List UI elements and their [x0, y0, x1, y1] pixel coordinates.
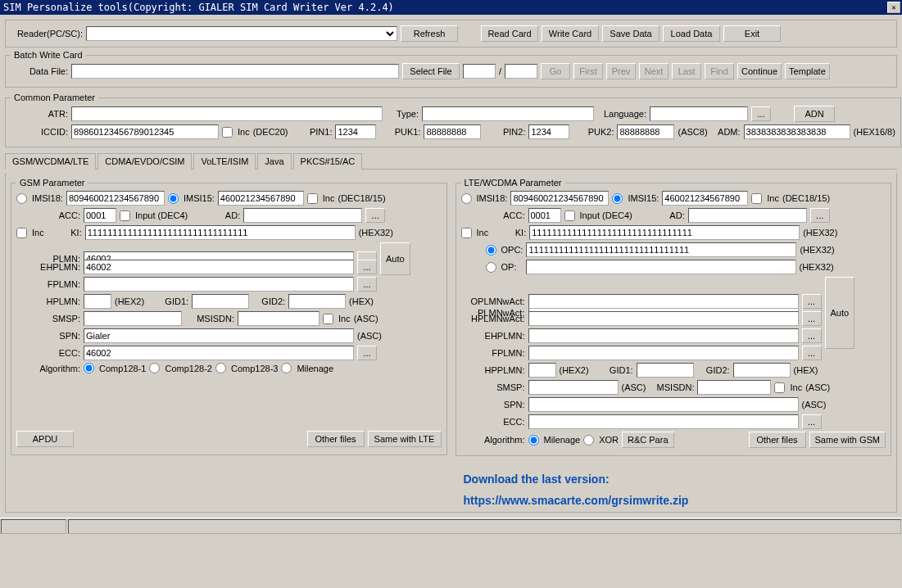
- lte-imsi15-input[interactable]: [662, 191, 748, 206]
- lte-oplmnwact-browse-button[interactable]: ...: [802, 294, 822, 309]
- gsm-ad-browse-button[interactable]: ...: [365, 208, 385, 223]
- lte-smsp-input[interactable]: [528, 380, 619, 395]
- lte-acc-input-checkbox[interactable]: [564, 210, 575, 221]
- language-browse-button[interactable]: ...: [751, 106, 771, 121]
- same-with-lte-button[interactable]: Same with LTE: [368, 431, 442, 447]
- gsm-fplmn-input[interactable]: [84, 277, 354, 292]
- gsm-gid2-input[interactable]: [288, 294, 346, 309]
- gsm-acc-input[interactable]: [84, 208, 116, 223]
- lte-fplmn-browse-button[interactable]: ...: [802, 346, 822, 360]
- gsm-gid1-input[interactable]: [192, 294, 249, 309]
- lte-ki-inc-checkbox[interactable]: [461, 228, 472, 238]
- lte-msisdn-inc-checkbox[interactable]: [774, 382, 785, 393]
- gsm-fplmn-browse-button[interactable]: ...: [357, 277, 377, 292]
- tab-gsm[interactable]: GSM/WCDMA/LTE: [5, 153, 96, 170]
- write-card-button[interactable]: Write Card: [542, 25, 599, 42]
- gsm-smsp-input[interactable]: [84, 311, 182, 326]
- continue-button[interactable]: Continue: [737, 63, 782, 79]
- puk1-input[interactable]: [424, 124, 481, 139]
- prev-button[interactable]: Prev: [606, 63, 636, 79]
- batch-pos-input[interactable]: [463, 64, 496, 79]
- iccid-input[interactable]: [71, 124, 219, 139]
- save-data-button[interactable]: Save Data: [602, 25, 660, 42]
- apdu-button[interactable]: APDU: [16, 431, 74, 447]
- gsm-ki-input[interactable]: [85, 225, 356, 240]
- pin2-input[interactable]: [528, 124, 569, 139]
- gsm-auto-button[interactable]: Auto: [380, 242, 410, 275]
- gsm-hplmn-input[interactable]: [84, 294, 111, 309]
- lte-milenage-radio[interactable]: [528, 435, 539, 446]
- same-with-gsm-button[interactable]: Same with GSM: [809, 432, 886, 448]
- tab-pkcs[interactable]: PKCS#15/AC: [293, 153, 363, 170]
- lte-oplmnwact-input[interactable]: [528, 294, 799, 309]
- go-button[interactable]: Go: [541, 63, 570, 79]
- lte-auto-button[interactable]: Auto: [825, 277, 855, 349]
- gsm-ehplmn-input[interactable]: [84, 260, 354, 274]
- tab-volte[interactable]: VoLTE/ISIM: [193, 153, 256, 170]
- lte-ecc-browse-button[interactable]: ...: [802, 414, 822, 429]
- lte-imsi18-input[interactable]: [510, 191, 609, 206]
- download-link[interactable]: https://www.smacarte.com/grsimwrite.zip: [464, 494, 892, 507]
- gsm-comp1-radio[interactable]: [84, 363, 94, 373]
- pin1-input[interactable]: [335, 124, 376, 139]
- gsm-ad-input[interactable]: [243, 208, 362, 223]
- tab-java[interactable]: Java: [257, 153, 291, 170]
- lte-op-input[interactable]: [526, 260, 796, 274]
- lte-xor-radio[interactable]: [583, 435, 594, 446]
- tab-cdma[interactable]: CDMA/EVDO/CSIM: [97, 153, 192, 170]
- gsm-other-files-button[interactable]: Other files: [307, 431, 365, 447]
- gsm-comp2-radio[interactable]: [149, 363, 160, 373]
- lte-hplmnwact-browse-button[interactable]: ...: [802, 311, 822, 326]
- reader-select[interactable]: [86, 26, 397, 41]
- lte-op-radio[interactable]: [486, 262, 496, 273]
- gsm-ecc-input[interactable]: [84, 346, 354, 360]
- lte-gid1-input[interactable]: [637, 363, 694, 378]
- gsm-imsi15-radio[interactable]: [168, 193, 179, 204]
- close-icon[interactable]: ✕: [887, 2, 900, 13]
- lte-acc-input[interactable]: [528, 208, 561, 223]
- gsm-ki-inc-checkbox[interactable]: [16, 228, 27, 238]
- lte-hpplmn-input[interactable]: [528, 363, 556, 378]
- gsm-imsi15-input[interactable]: [218, 191, 304, 206]
- data-file-input[interactable]: [71, 64, 399, 79]
- adn-button[interactable]: ADN: [794, 106, 835, 122]
- gsm-acc-input-checkbox[interactable]: [120, 210, 130, 221]
- language-input[interactable]: [650, 106, 748, 121]
- adm-input[interactable]: [744, 124, 850, 139]
- gsm-ehplmn-browse-button[interactable]: ...: [357, 260, 377, 274]
- template-button[interactable]: Template: [785, 63, 830, 79]
- gsm-imsi-inc-checkbox[interactable]: [307, 193, 318, 204]
- rc-para-button[interactable]: R&C Para: [622, 432, 674, 448]
- lte-fplmn-input[interactable]: [528, 346, 799, 360]
- lte-ad-browse-button[interactable]: ...: [810, 208, 830, 223]
- find-button[interactable]: Find: [705, 63, 734, 79]
- lte-imsi-inc-checkbox[interactable]: [751, 193, 762, 204]
- select-file-button[interactable]: Select File: [402, 63, 460, 79]
- lte-opc-radio[interactable]: [486, 245, 496, 256]
- puk2-input[interactable]: [617, 124, 674, 139]
- lte-ehplmn-input[interactable]: [528, 328, 799, 343]
- first-button[interactable]: First: [573, 63, 603, 79]
- gsm-imsi18-input[interactable]: [66, 191, 165, 206]
- gsm-spn-input[interactable]: [84, 328, 354, 343]
- gsm-imsi18-radio[interactable]: [16, 193, 27, 204]
- lte-ecc-input[interactable]: [528, 414, 799, 429]
- lte-ehplmn-browse-button[interactable]: ...: [802, 328, 822, 343]
- exit-button[interactable]: Exit: [723, 25, 781, 42]
- lte-other-files-button[interactable]: Other files: [749, 432, 806, 448]
- gsm-comp3-radio[interactable]: [215, 363, 226, 373]
- refresh-button[interactable]: Refresh: [401, 25, 458, 42]
- read-card-button[interactable]: Read Card: [481, 25, 538, 42]
- lte-hplmnwact-input[interactable]: [528, 311, 799, 326]
- load-data-button[interactable]: Load Data: [663, 25, 720, 42]
- lte-msisdn-input[interactable]: [697, 380, 771, 395]
- lte-gid2-input[interactable]: [733, 363, 791, 378]
- lte-imsi18-radio[interactable]: [461, 193, 472, 204]
- gsm-milenage-radio[interactable]: [281, 363, 292, 373]
- lte-ad-input[interactable]: [688, 208, 807, 223]
- lte-spn-input[interactable]: [528, 397, 799, 412]
- next-button[interactable]: Next: [639, 63, 669, 79]
- gsm-msisdn-input[interactable]: [238, 311, 320, 326]
- lte-opc-input[interactable]: [526, 242, 796, 257]
- batch-total-input[interactable]: [505, 64, 537, 79]
